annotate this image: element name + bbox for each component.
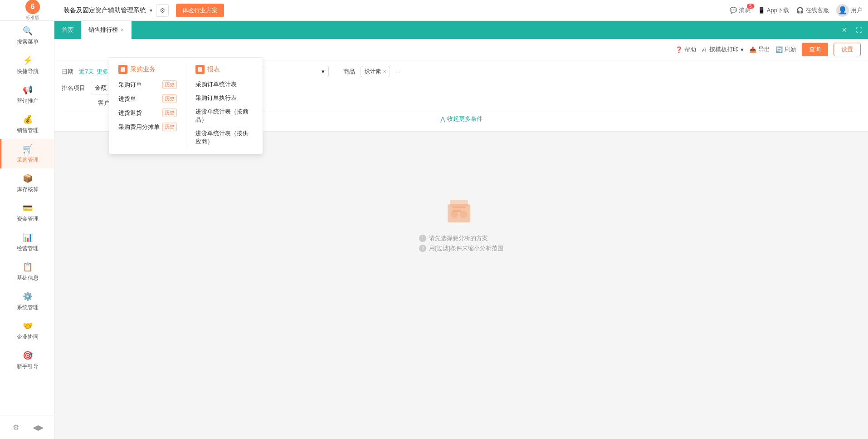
dropdown-item-incoming-stat-supplier[interactable]: 进货单统计表（按供应商） [192,127,258,148]
box-icon: 📦 [22,173,33,184]
logo-subtitle: 标准版 [26,15,39,21]
sidebar-item-enterprise[interactable]: 🤝 企业协同 [0,316,54,345]
sidebar-item-system[interactable]: ⚙️ 系统管理 [0,286,54,316]
sidebar-collapse-btn[interactable]: ◀▶ [31,420,45,434]
dropdown-item-purchase-order[interactable]: 采购订单 历史 [115,78,180,92]
page-content: ❓ 帮助 🖨 按模板打印 ▾ 📤 导出 🔄 刷新 [54,39,868,439]
clipboard-icon: 📋 [22,261,33,272]
system-dropdown-arrow[interactable]: ▾ [150,7,152,14]
report-col-header: 报表 [192,63,258,78]
sidebar-item-sales[interactable]: 💰 销售管理 [0,109,54,139]
sidebar-item-purchase[interactable]: 🛒 采购管理 [0,139,54,168]
tip-num-2: 2 [419,245,426,252]
history-badge-1: 历史 [162,94,177,103]
cart-icon: 🛒 [22,143,33,154]
phone-icon: 📱 [758,7,765,14]
refresh-btn[interactable]: 🔄 刷新 [775,45,796,54]
lightning-icon: ⚡ [22,55,33,66]
notification-badge: 5 [747,4,754,9]
search-icon: 🔍 [22,25,33,36]
svg-rect-5 [452,210,461,212]
sidebar-item-quicknav[interactable]: ⚡ 快捷导航 [0,50,54,80]
date-label: 日期 [62,68,73,76]
dropdown-item-return[interactable]: 进货退货 历史 [115,106,180,120]
refresh-icon: 🔄 [775,46,783,53]
customer-label: 客户 [98,99,110,107]
help-btn[interactable]: ❓ 帮助 [675,45,696,54]
tab-sales-ranking[interactable]: 销售排行榜 × [81,21,132,39]
purchase-col-header: 采购业务 [115,63,180,78]
empty-tips: 1 请先选择要分析的方案 2 用[过滤]条件来缩小分析范围 [419,232,503,254]
date-more[interactable]: 更多 [97,68,108,76]
goods-label: 商品 [343,68,355,76]
export-btn[interactable]: 📤 导出 [749,45,770,54]
report-header-icon [195,65,205,74]
help-icon: ❓ [675,46,683,53]
trial-button[interactable]: 体验行业方案 [176,4,224,17]
sidebar-item-marketing[interactable]: 📢 营销推广 [0,80,54,109]
purchase-header-icon [118,65,127,74]
print-btn[interactable]: 🖨 按模板打印 ▾ [702,45,744,54]
tab-close-window-btn[interactable]: ✕ [839,25,850,35]
sidebar-bottom: ⚙ ◀▶ [0,415,54,439]
megaphone-icon: 📢 [22,84,33,95]
sidebar-item-inventory[interactable]: 📦 库存核算 [0,168,54,198]
handshake-icon: 🤝 [22,321,33,331]
logo-icon: 6 [25,0,40,14]
empty-state: 1 请先选择要分析的方案 2 用[过滤]条件来缩小分析范围 [54,132,868,313]
dropdown-item-expense[interactable]: 采购费用分摊单 历史 [115,120,180,134]
dropdown-item-purchase-order-stat[interactable]: 采购订单统计表 [192,78,258,91]
sidebar-item-basic-info[interactable]: 📋 基础信息 [0,257,54,286]
tab-home[interactable]: 首页 [54,21,81,39]
card-icon: 💳 [22,202,33,213]
goods-tag-close[interactable]: × [383,69,386,75]
purchase-dropdown-menu: 采购业务 采购订单 历史 进货单 历史 进货退货 历史 [109,57,263,154]
empty-tip-1: 1 请先选择要分析的方案 [419,234,503,242]
chart-icon: 📊 [22,232,33,243]
svg-rect-7 [198,67,202,72]
online-service-btn[interactable]: 🎧 在线客服 [796,6,829,15]
history-badge-0: 历史 [162,80,177,89]
tab-bar: 首页 销售排行榜 × ✕ ⛶ [54,21,868,39]
date-7days[interactable]: 近7天 [79,68,94,76]
dropdown-item-incoming-stat-goods[interactable]: 进货单统计表（按商品） [192,105,258,127]
sidebar-item-operations[interactable]: 📊 经营管理 [0,227,54,257]
settings-icon: ⚙️ [22,291,33,302]
svg-rect-1 [450,200,468,207]
logo-area: 6 标准版 [5,0,60,21]
toolbar-right: ❓ 帮助 🖨 按模板打印 ▾ 📤 导出 🔄 刷新 [675,43,861,56]
system-title: 装备及固定资产辅助管理系统 [63,6,146,15]
collapse-arrow-icon: ⋀ [440,116,445,123]
history-badge-2: 历史 [162,109,177,117]
user-menu[interactable]: 👤 用户 [836,4,863,17]
header-right: 💬 消息 5 📱 App下载 🎧 在线客服 👤 用户 [730,4,863,17]
query-button[interactable]: 查询 [802,43,828,56]
empty-icon [439,191,484,227]
app-download-btn[interactable]: 📱 App下载 [758,6,789,15]
message-icon: 💬 [730,7,737,14]
goods-tag: 设计素 × [361,66,390,77]
dropdown-item-purchase-order-exec[interactable]: 采购订单执行表 [192,91,258,105]
goods-filter-dots[interactable]: ··· [395,68,400,75]
headset-icon: 🎧 [796,7,804,14]
sidebar-item-guide[interactable]: 🎯 新手引导 [0,345,54,375]
message-btn[interactable]: 💬 消息 5 [730,6,751,15]
rank-label: 排名项目 [62,84,85,92]
print-icon: 🖨 [702,46,707,53]
sidebar-item-search[interactable]: 🔍 搜索菜单 [0,21,54,50]
purchase-col: 采购业务 采购订单 历史 进货单 历史 进货退货 历史 [109,63,186,148]
settings-button[interactable]: 设置 [834,43,861,56]
user-avatar: 👤 [836,4,849,17]
tab-close-btn[interactable]: × [121,27,124,33]
top-header: 6 标准版 装备及固定资产辅助管理系统 ▾ ⚙ 体验行业方案 💬 消息 5 📱 … [0,0,868,21]
gear-button[interactable]: ⚙ [156,4,169,17]
empty-tip-2: 2 用[过滤]条件来缩小分析范围 [419,244,503,252]
sidebar-settings-btn[interactable]: ⚙ [9,420,23,434]
tab-expand-btn[interactable]: ⛶ [853,25,864,35]
export-icon: 📤 [749,46,756,53]
sidebar: 🔍 搜索菜单 ⚡ 快捷导航 📢 营销推广 💰 销售管理 🛒 采购管理 📦 库存核… [0,21,54,439]
target-icon: 🎯 [22,350,33,361]
dropdown-item-incoming[interactable]: 进货单 历史 [115,92,180,106]
sidebar-item-finance[interactable]: 💳 资金管理 [0,198,54,227]
status-select-arrow: ▾ [322,68,325,75]
